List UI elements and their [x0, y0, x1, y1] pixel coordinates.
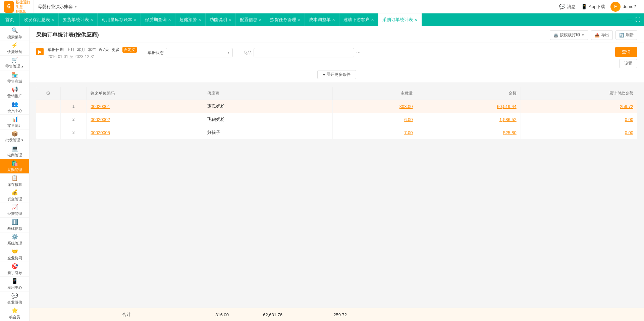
filter-toggle-btn[interactable]: ▶ — [36, 48, 44, 55]
expand-down-icon: ▾ — [323, 72, 325, 77]
sidebar-item-marketing[interactable]: 📢 营销推广 — [0, 85, 29, 100]
date-btn-7days[interactable]: 近7天 — [99, 47, 109, 53]
expand-filter-btn[interactable]: ▾ 展开更多条件 — [317, 70, 356, 79]
tab-goods-stat-close[interactable]: ✕ — [90, 18, 93, 22]
query-btn[interactable]: 查询 — [615, 47, 637, 57]
date-btn-more[interactable]: 更多 — [112, 47, 120, 53]
marketing-icon: 📢 — [11, 86, 18, 93]
sidebar-item-purchase[interactable]: 🛍️ 采购管理 — [0, 159, 29, 174]
tab-config-label: 配置信息 — [240, 17, 257, 23]
sidebar-item-ecommerce[interactable]: 💻 电商管理 — [0, 144, 29, 159]
table-gear-icon[interactable]: ⚙ — [46, 90, 50, 96]
page-title: 采购订单统计表(按供应商) — [36, 32, 99, 39]
tab-invite-close[interactable]: ✕ — [371, 18, 374, 22]
tab-cost-adjust-label: 成本调整单 — [309, 17, 331, 23]
sidebar-item-new-guide[interactable]: 🎯 新手引导 — [0, 262, 29, 277]
logo-area: 6 畅捷通好生意 标准版 — [4, 0, 34, 13]
sidebar-item-biz-mgmt[interactable]: 📈 经营管理 — [0, 203, 29, 218]
col-code-header: 往来单位编码 — [87, 87, 203, 100]
tab-purchase-stat[interactable]: 采购订单统计表 ✕ — [378, 13, 422, 26]
sidebar-item-retail[interactable]: 🛒 零售管理 ▲ — [0, 56, 29, 70]
row3-paid[interactable]: 0.00 — [521, 126, 637, 139]
tab-overstock[interactable]: 超储预警 ✕ — [175, 13, 206, 26]
row1-qty[interactable]: 303.00 — [333, 100, 417, 113]
app-download-btn[interactable]: 📱 App下载 — [581, 4, 605, 10]
tab-config-close[interactable]: ✕ — [259, 18, 262, 22]
tab-pick-task-close[interactable]: ✕ — [298, 18, 301, 22]
row3-code[interactable]: 00020005 — [87, 126, 203, 139]
date-btn-this-month[interactable]: 本月 — [77, 47, 85, 53]
sidebar-item-search[interactable]: 🔍 搜索菜单 — [0, 26, 29, 41]
sidebar-item-quick-nav[interactable]: ⚡ 快捷导航 — [0, 41, 29, 56]
tab-cost-adjust[interactable]: 成本调整单 ✕ — [305, 13, 339, 26]
row2-amount[interactable]: 1,586.52 — [417, 113, 521, 126]
tab-goods-stat[interactable]: 要货单统计表 ✕ — [59, 13, 98, 26]
tab-receive-send-close[interactable]: ✕ — [51, 18, 54, 22]
sidebar-item-enterprise-wechat[interactable]: 💬 企业微信 — [0, 291, 29, 306]
sidebar-item-retail-stat[interactable]: 📊 零售统计 — [0, 115, 29, 129]
custom-date-tag[interactable]: 自定义 — [122, 47, 137, 53]
sidebar-item-enterprise[interactable]: 🤝 企业协同 — [0, 247, 29, 262]
messages-btn[interactable]: 💬 消息 — [559, 4, 576, 10]
date-range-display: 2016-01-01 至 2023-12-31 — [48, 54, 137, 60]
export-btn[interactable]: 📤 导出 — [591, 30, 613, 40]
enterprise-label: 企业协同 — [7, 256, 22, 261]
sidebar-item-stock[interactable]: 📋 库存核算 — [0, 174, 29, 189]
workspace-selector[interactable]: 母婴行业演示账套 ▼ — [34, 0, 82, 13]
sidebar-item-basic-info[interactable]: ℹ️ 基础信息 — [0, 218, 29, 232]
finance-label: 资金管理 — [7, 197, 22, 202]
row2-code[interactable]: 00020002 — [87, 113, 203, 126]
purchase-icon: 🛍️ — [11, 160, 18, 166]
row1-amount[interactable]: 60,519.44 — [417, 100, 521, 113]
tab-pick-task[interactable]: 拣货任务管理 ✕ — [266, 13, 305, 26]
tab-minimize-icon[interactable]: — — [627, 17, 632, 23]
sidebar-item-app-center[interactable]: 📱 应用中心 — [0, 277, 29, 291]
basic-info-icon: ℹ️ — [11, 219, 18, 225]
refresh-btn[interactable]: 🔄 刷新 — [615, 30, 637, 40]
tab-cost-adjust-close[interactable]: ✕ — [332, 18, 335, 22]
tab-config[interactable]: 配置信息 ✕ — [236, 13, 266, 26]
sidebar-item-sys-mgmt[interactable]: ⚙️ 系统管理 — [0, 232, 29, 247]
settings-btn[interactable]: 设置 — [619, 59, 637, 68]
tab-stock-ledger[interactable]: 可用量库存账本 ✕ — [98, 13, 141, 26]
retail-mall-label: 零售商城 — [7, 79, 22, 84]
tab-stock-ledger-close[interactable]: ✕ — [133, 18, 137, 22]
sidebar-item-free-member[interactable]: ⭐ 畅会员 — [0, 306, 29, 321]
tab-overstock-close[interactable]: ✕ — [198, 18, 201, 22]
status-select[interactable] — [166, 48, 233, 57]
goods-input[interactable] — [254, 48, 354, 57]
export-label: 导出 — [601, 32, 609, 38]
date-btn-this-year[interactable]: 本年 — [88, 47, 96, 53]
row3-amount[interactable]: 525.80 — [417, 126, 521, 139]
tab-func-desc-close[interactable]: ✕ — [228, 18, 231, 22]
retail-stat-label: 零售统计 — [7, 123, 22, 128]
row1-code[interactable]: 00020001 — [87, 100, 203, 113]
col-paid-header: 累计付款金额 — [521, 87, 637, 100]
tab-receive-send[interactable]: 收发存汇总表 ✕ — [20, 13, 59, 26]
user-area[interactable]: E demo2 — [610, 2, 636, 12]
basic-info-label: 基础信息 — [7, 226, 22, 231]
tab-expiry-close[interactable]: ✕ — [168, 18, 171, 22]
tab-expiry[interactable]: 保质期查询 ✕ — [141, 13, 175, 26]
sidebar-item-member[interactable]: 👥 会员中心 — [0, 100, 29, 115]
tab-home[interactable]: 首页 — [0, 13, 20, 26]
date-btn-last-month[interactable]: 上月 — [66, 47, 74, 53]
row2-paid[interactable]: 0.00 — [521, 113, 637, 126]
tab-invite-label: 邀请下游客户 — [343, 17, 370, 23]
tab-invite[interactable]: 邀请下游客户 ✕ — [339, 13, 378, 26]
print-btn[interactable]: 🖨️ 按模板打印 ▼ — [550, 30, 588, 40]
row3-qty[interactable]: 7.00 — [333, 126, 417, 139]
row3-no: 3 — [60, 126, 86, 139]
row1-supplier: 惠氏奶粉 — [203, 100, 332, 113]
sidebar-item-wholesale[interactable]: 📦 批发管理 ▼ — [0, 129, 29, 144]
tab-maximize-icon[interactable]: ⛶ — [635, 17, 641, 23]
sidebar-item-finance[interactable]: 💰 资金管理 — [0, 188, 29, 203]
tab-func-desc[interactable]: 功能说明 ✕ — [206, 13, 236, 26]
row1-paid[interactable]: 259.72 — [521, 100, 637, 113]
sidebar-item-retail-mall[interactable]: 🏪 零售商城 — [0, 70, 29, 85]
tab-purchase-stat-close[interactable]: ✕ — [414, 18, 417, 22]
retail-icon: 🛒 — [11, 57, 18, 63]
row2-qty[interactable]: 6.00 — [333, 113, 417, 126]
download-icon: 📱 — [581, 4, 587, 10]
goods-more-icon[interactable]: ··· — [356, 50, 361, 56]
